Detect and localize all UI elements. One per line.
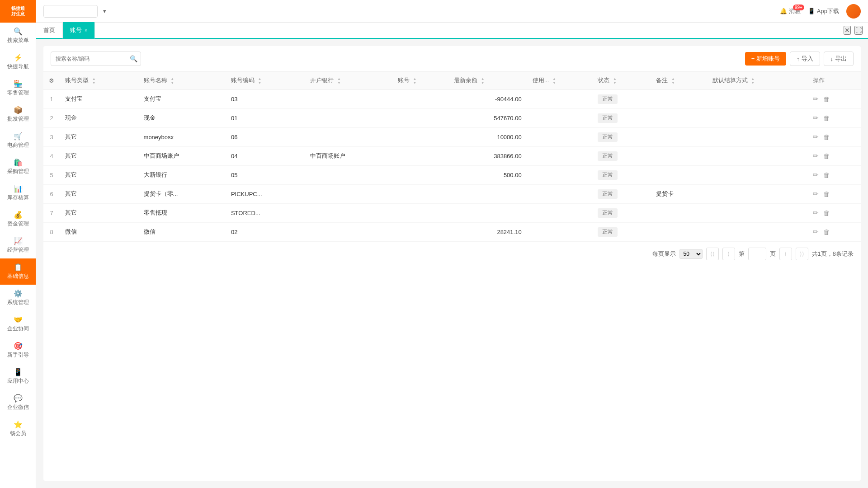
page-number-input[interactable]: 1	[748, 248, 766, 260]
sidebar-label-quick-nav: 快捷导航	[7, 63, 29, 70]
sidebar-item-wholesale-mgmt[interactable]: 📦 批发管理	[0, 101, 36, 127]
delete-button-6[interactable]: 🗑	[823, 209, 830, 217]
col-account-name[interactable]: 账号名称 ▲▼	[138, 72, 226, 89]
sidebar-item-vip-member[interactable]: ⭐ 畅会员	[0, 416, 36, 442]
row-code-7: 02	[226, 222, 305, 241]
fullscreen-button[interactable]: ⛶	[854, 26, 863, 35]
delete-button-7[interactable]: 🗑	[823, 228, 830, 236]
row-balance-2: 10000.00	[448, 127, 527, 146]
col-usage[interactable]: 使用... ▲▼	[527, 72, 593, 89]
row-account-2	[392, 127, 448, 146]
row-balance-1: 547670.00	[448, 108, 527, 127]
sidebar-item-operation-mgmt[interactable]: 📈 经营管理	[0, 232, 36, 258]
tab-close-icon[interactable]: ×	[85, 28, 87, 33]
edit-button-1[interactable]: ✏	[813, 114, 819, 122]
settings-icon: ⚙	[49, 77, 54, 84]
table-row: 7 其它 零售抵现 STORED... 正常 ✏ 🗑	[43, 203, 861, 222]
edit-button-4[interactable]: ✏	[813, 171, 819, 179]
delete-button-1[interactable]: 🗑	[823, 114, 830, 122]
search-button[interactable]: 🔍	[130, 55, 137, 62]
col-default-settle[interactable]: 默认结算方式 ▲▼	[707, 72, 808, 89]
delete-button-4[interactable]: 🗑	[823, 171, 830, 179]
col-account-num[interactable]: 账号 ▲▼	[392, 72, 448, 89]
edit-button-7[interactable]: ✏	[813, 228, 819, 236]
account-search-input[interactable]	[51, 52, 141, 66]
row-type-6: 其它	[60, 203, 138, 222]
top-header: ▾ 🔔 消息 99+ 📱 App下载	[36, 0, 868, 23]
row-name-7: 微信	[138, 222, 226, 241]
row-num-5: 6	[43, 184, 60, 203]
edit-button-6[interactable]: ✏	[813, 209, 819, 217]
sidebar-item-basic-info[interactable]: 📋 基础信息	[0, 258, 36, 285]
tab-home[interactable]: 首页	[36, 22, 63, 38]
app-download-label: App下载	[817, 7, 839, 15]
sidebar-item-company-protocol[interactable]: 🤝 企业协同	[0, 311, 36, 337]
table-header-row: ⚙ 账号类型 ▲▼ 账号名称 ▲▼ 账号编码 ▲▼ 开户银行 ▲▼ 账号 ▲▼ …	[43, 72, 861, 89]
col-account-type[interactable]: 账号类型 ▲▼	[60, 72, 138, 89]
sidebar-label-system-mgmt: 系统管理	[7, 299, 29, 306]
sidebar-item-search-menu[interactable]: 🔍 搜索菜单	[0, 23, 36, 49]
tab-accounts[interactable]: 账号 ×	[63, 22, 95, 38]
row-name-0: 支付宝	[138, 89, 226, 108]
sidebar-item-inventory-check[interactable]: 📊 库存核算	[0, 180, 36, 206]
enterprise-wechat-icon: 💬	[14, 394, 23, 403]
add-account-button[interactable]: + 新增账号	[745, 52, 786, 66]
edit-button-3[interactable]: ✏	[813, 152, 819, 160]
row-balance-4: 500.00	[448, 165, 527, 184]
import-button[interactable]: ↑ 导入	[790, 52, 820, 66]
first-page-button[interactable]: ⟨⟨	[706, 248, 719, 260]
edit-button-5[interactable]: ✏	[813, 190, 819, 198]
sidebar-item-new-guide[interactable]: 🎯 新手引导	[0, 337, 36, 363]
row-remark-1	[651, 108, 707, 127]
delete-button-3[interactable]: 🗑	[823, 152, 830, 160]
sidebar-item-purchase-mgmt[interactable]: 🛍️ 采购管理	[0, 154, 36, 180]
user-avatar[interactable]	[846, 4, 861, 19]
row-bank-2	[305, 127, 392, 146]
col-status[interactable]: 状态 ▲▼	[592, 72, 651, 89]
col-balance[interactable]: 最新余额 ▲▼	[448, 72, 527, 89]
retail-mgmt-icon: 🏪	[14, 80, 23, 88]
export-button[interactable]: ↓ 导出	[824, 52, 854, 66]
toolbar-left: 🔍	[51, 52, 141, 66]
sidebar-item-system-mgmt[interactable]: ⚙️ 系统管理	[0, 285, 36, 311]
notification-button[interactable]: 🔔 消息 99+	[780, 7, 801, 15]
col-account-code[interactable]: 账号编码 ▲▼	[226, 72, 305, 89]
last-page-button[interactable]: ⟩⟩	[796, 248, 808, 260]
sidebar-item-app-center[interactable]: 📱 应用中心	[0, 363, 36, 389]
row-default-settle-5	[707, 184, 808, 203]
edit-button-0[interactable]: ✏	[813, 95, 819, 103]
pagination: 每页显示 50 20 100 ⟨⟨ ⟨ 第 1 页 ⟩ ⟩⟩ 共1页，8条记录	[43, 242, 861, 266]
col-settings[interactable]: ⚙	[43, 72, 60, 89]
delete-button-0[interactable]: 🗑	[823, 95, 830, 103]
header-search-input[interactable]	[43, 5, 98, 18]
accounts-table: ⚙ 账号类型 ▲▼ 账号名称 ▲▼ 账号编码 ▲▼ 开户银行 ▲▼ 账号 ▲▼ …	[43, 72, 861, 242]
header-dropdown[interactable]: ▾	[103, 8, 106, 14]
app-download-button[interactable]: 📱 App下载	[808, 7, 839, 15]
sidebar-item-enterprise-wechat[interactable]: 💬 企业微信	[0, 389, 36, 416]
import-icon: ↑	[797, 56, 800, 62]
next-page-button[interactable]: ⟩	[779, 248, 792, 260]
company-protocol-icon: 🤝	[14, 315, 23, 324]
close-window-button[interactable]: ✕	[844, 26, 851, 35]
sidebar-item-quick-nav[interactable]: ⚡ 快捷导航	[0, 49, 36, 75]
edit-button-2[interactable]: ✏	[813, 133, 819, 141]
row-account-7	[392, 222, 448, 241]
per-page-select[interactable]: 50 20 100	[679, 249, 703, 259]
prev-page-button[interactable]: ⟨	[722, 248, 735, 260]
sidebar-item-ecommerce-mgmt[interactable]: 🛒 电商管理	[0, 127, 36, 154]
table-row: 6 其它 提货卡（零... PICKUPC... 正常 提货卡 ✏ 🗑	[43, 184, 861, 203]
row-account-3	[392, 146, 448, 165]
row-name-5: 提货卡（零...	[138, 184, 226, 203]
delete-button-5[interactable]: 🗑	[823, 190, 830, 198]
row-balance-5	[448, 184, 527, 203]
row-status-5: 正常	[592, 184, 651, 203]
row-usage-2	[527, 127, 593, 146]
delete-button-2[interactable]: 🗑	[823, 133, 830, 141]
sidebar-label-ecommerce-mgmt: 电商管理	[7, 141, 29, 149]
col-bank[interactable]: 开户银行 ▲▼	[305, 72, 392, 89]
col-remark[interactable]: 备注 ▲▼	[651, 72, 707, 89]
quick-nav-icon: ⚡	[14, 53, 23, 62]
sidebar-item-retail-mgmt[interactable]: 🏪 零售管理	[0, 75, 36, 101]
sidebar-item-finance-mgmt[interactable]: 💰 资金管理	[0, 206, 36, 232]
sidebar-label-search-menu: 搜索菜单	[7, 37, 29, 44]
